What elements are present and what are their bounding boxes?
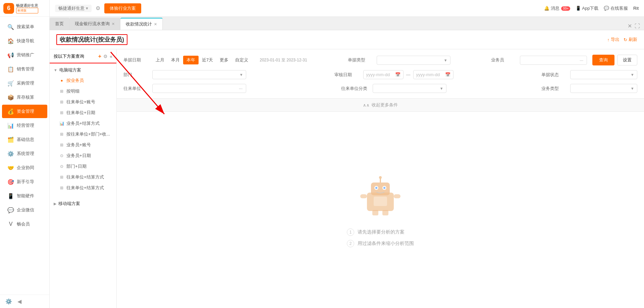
tab-home-label: 首页: [55, 21, 64, 27]
tab-bank-close-icon[interactable]: ✕: [112, 22, 115, 26]
tabbar-actions: ✕ ⛶: [628, 23, 644, 30]
dept-select[interactable]: ▾: [152, 70, 246, 79]
date-preset-7days[interactable]: 近7天: [199, 56, 216, 64]
review-date-start[interactable]: yyyy-mm-dd 📅: [363, 70, 404, 79]
user-name[interactable]: Rit: [633, 6, 639, 11]
scheme-item-salesman-settlement[interactable]: 📊 业务员+结算方式: [50, 118, 116, 129]
add-scheme-icon[interactable]: +: [98, 53, 101, 59]
sidebar-item-search[interactable]: 🔍 搜索菜单: [2, 20, 47, 34]
date-preset-this-year[interactable]: 本年: [183, 56, 199, 64]
scheme-item-by-salesman[interactable]: ● 按业务员: [50, 75, 116, 86]
sidebar-label-guide: 新手引导: [17, 179, 34, 185]
cart-icon: 🛒: [7, 80, 14, 87]
scheme-item-partner-account[interactable]: ⊞ 往来单位+账号: [50, 97, 116, 107]
footer-settings-icon[interactable]: ⚙️: [5, 298, 12, 305]
sidebar-item-shortcut[interactable]: 🏠 快捷导航: [2, 34, 47, 48]
refresh-button[interactable]: ↻ 刷新: [624, 37, 637, 43]
sidebar-item-inventory[interactable]: 📦 库存核算: [2, 91, 47, 104]
logo-name: 畅捷通好生意: [16, 3, 38, 8]
setting-button[interactable]: 设置: [617, 55, 637, 65]
date-preset-last-month[interactable]: 上月: [152, 56, 168, 64]
date-preset-this-month[interactable]: 本月: [168, 56, 183, 64]
notification-bell-icon[interactable]: 🔔 消息 99+: [544, 5, 570, 11]
partner-select[interactable]: ···: [152, 84, 246, 93]
business-type-label: 业务类型: [541, 86, 565, 92]
step-1-text: 请先选择要分析的方案: [358, 229, 405, 235]
review-date-end-value: yyyy-mm-dd: [416, 72, 440, 77]
calendar-end-icon[interactable]: 📅: [445, 72, 450, 77]
export-icon: ↑: [607, 37, 610, 42]
scheme-item-partner-date[interactable]: ⊞ 往来单位+日期: [50, 107, 116, 118]
svg-rect-12: [374, 197, 387, 206]
receipt-type-select[interactable]: ▾: [377, 56, 450, 65]
export-button[interactable]: ↑ 导出: [607, 37, 620, 43]
search-icon: 🔍: [7, 23, 14, 30]
topbar-gear-icon[interactable]: ⚙: [96, 5, 100, 11]
receipt-status-select[interactable]: ▾: [570, 70, 637, 79]
partner-category-select[interactable]: ▾: [373, 84, 446, 93]
sidebar-item-marketing[interactable]: 📢 营销推广: [2, 48, 47, 62]
page-title: 收款情况统计(按业务员): [56, 34, 127, 45]
dept-arrow: ▾: [240, 72, 243, 77]
salesman-select[interactable]: ···: [520, 56, 587, 65]
sidebar-item-operations[interactable]: 📊 经营管理: [2, 119, 47, 132]
sidebar-item-guide[interactable]: 🎯 新手引导: [2, 175, 47, 189]
sidebar-item-basic[interactable]: 🗂️ 基础信息: [2, 133, 47, 146]
calendar-icon[interactable]: 📅: [395, 72, 400, 77]
sidebar-label-search: 搜索菜单: [17, 24, 34, 30]
scheme-item-partner-settlement1[interactable]: ⊞ 往来单位+结算方式: [50, 172, 116, 183]
sidebar-label-inventory: 库存核算: [17, 94, 34, 100]
scheme-item-dept-date[interactable]: ⊙ 部门+日期: [50, 161, 116, 172]
sidebar-item-vip[interactable]: V 畅会员: [2, 217, 47, 231]
right-panel: 单据日期 上月 本月 本年 近7天 更多 自定义 2023-01-01 至 20…: [117, 49, 644, 308]
business-type-select[interactable]: ▾: [570, 84, 637, 93]
sidebar-item-finance[interactable]: 💰 资金管理: [2, 105, 47, 118]
scheme-item-partner-settlement2[interactable]: ⊞ 往来单位+结算方式: [50, 183, 116, 193]
tab-bank[interactable]: 现金银行流水查询 ✕: [69, 18, 120, 30]
vip-icon: V: [7, 221, 14, 227]
query-button[interactable]: 查询: [592, 55, 614, 65]
customer-service-link[interactable]: 💬 在线客服: [604, 5, 628, 11]
sidebar-label-operations: 经营管理: [17, 122, 34, 129]
sidebar-item-system[interactable]: ⚙️ 系统管理: [2, 147, 47, 160]
salesman-filter-label: 业务员: [491, 57, 515, 63]
receipt-type-arrow: ▾: [444, 58, 447, 63]
sidebar-item-wechat[interactable]: 💬 企业微信: [2, 203, 47, 217]
expand-window-icon[interactable]: ⛶: [635, 23, 640, 29]
close-window-icon[interactable]: ✕: [628, 23, 632, 29]
step-num-1: 1: [347, 228, 354, 236]
more-options-icon[interactable]: ···: [580, 58, 583, 63]
date-range-text: 2023-01-01 至 2023-12-31: [260, 57, 307, 63]
svg-point-5: [383, 187, 385, 189]
collapse-bar[interactable]: ∧∧ 收起更多条件: [117, 99, 644, 112]
collapse-panel-icon[interactable]: «: [110, 54, 112, 59]
mobile-scheme-toggle[interactable]: ▶ 移动端方案: [50, 199, 116, 209]
handshake-icon: 🤝: [7, 164, 14, 171]
device-icon: 📱: [7, 193, 14, 199]
date-preset-more[interactable]: 更多: [216, 56, 232, 64]
sidebar-item-purchase[interactable]: 🛒 采购管理: [2, 76, 47, 90]
footer-collapse-icon[interactable]: ◀: [17, 298, 21, 305]
svg-rect-9: [394, 194, 400, 198]
sidebar-label-purchase: 采购管理: [17, 80, 34, 86]
scheme-item-salesman-date[interactable]: ⊙ 业务员+日期: [50, 150, 116, 161]
sidebar-item-enterprise[interactable]: 🤝 企业协同: [2, 161, 47, 174]
trial-button[interactable]: 体验行业方案: [104, 3, 141, 13]
desktop-scheme-toggle[interactable]: ▼ 电脑端方案: [50, 65, 116, 75]
review-date-start-value: yyyy-mm-dd: [366, 72, 390, 77]
date-preset-custom[interactable]: 自定义: [232, 56, 252, 64]
tab-collection[interactable]: 收款情况统计 ✕: [120, 18, 163, 30]
scheme-item-partner-dept[interactable]: ⊞ 按往来单位+部门+收...: [50, 129, 116, 140]
tab-home[interactable]: 首页: [50, 18, 69, 30]
partner-more-icon[interactable]: ···: [239, 86, 243, 91]
topbar-title: 畅捷通好生意 ▾: [55, 5, 92, 12]
tab-collection-close-icon[interactable]: ✕: [154, 22, 157, 27]
review-date-end[interactable]: yyyy-mm-dd 📅: [413, 70, 453, 79]
sidebar-item-sales[interactable]: 📋 销售管理: [2, 62, 47, 76]
scheme-item-by-detail[interactable]: ⊞ 按明细: [50, 86, 116, 97]
app-download-link[interactable]: 📱 App下载: [576, 5, 598, 11]
scheme-item-salesman-account[interactable]: ⊞ 业务员+账号: [50, 140, 116, 150]
notification-count: 99+: [561, 6, 570, 11]
sidebar-item-hardware[interactable]: 📱 智能硬件: [2, 189, 47, 203]
scheme-settings-icon[interactable]: ⚙: [103, 54, 108, 59]
